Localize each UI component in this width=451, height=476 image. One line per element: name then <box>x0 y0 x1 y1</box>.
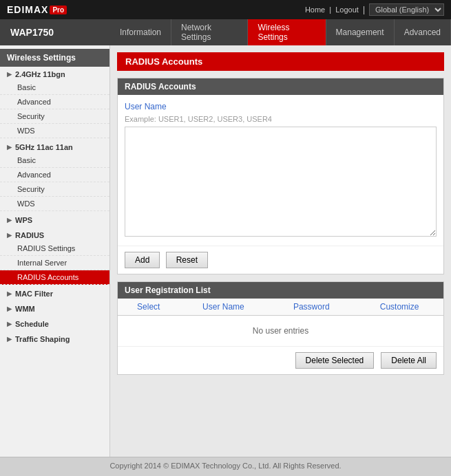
sidebar-group-mac-filter-title[interactable]: MAC Filter <box>0 286 109 300</box>
page-title: RADIUS Accounts <box>117 52 444 71</box>
sidebar-item-security-24[interactable]: Security <box>0 109 109 124</box>
radius-accounts-header: RADIUS Accounts <box>118 78 443 95</box>
sidebar-group-wmm: WMM <box>0 301 109 315</box>
col-customize: Customize <box>355 302 443 312</box>
separator1: | <box>329 6 333 14</box>
logo: EDIMAX Pro <box>7 4 67 15</box>
sidebar-group-radius-title[interactable]: RADIUS <box>0 228 109 241</box>
nav-network-settings[interactable]: Network Settings <box>171 19 248 45</box>
username-textarea[interactable] <box>125 127 437 237</box>
col-select: Select <box>118 302 179 312</box>
sidebar-group-mac-filter: MAC Filter <box>0 286 109 300</box>
nav-information[interactable]: Information <box>110 19 171 45</box>
sidebar-item-wds-24[interactable]: WDS <box>0 124 109 138</box>
sidebar-group-wps: WPS <box>0 213 109 226</box>
sidebar-item-security-5[interactable]: Security <box>0 182 109 197</box>
logout-link[interactable]: Logout <box>335 6 359 14</box>
sidebar: Wireless Settings 2.4GHz 11bgn Basic Adv… <box>0 45 110 457</box>
sidebar-group-schedule-title[interactable]: Schedule <box>0 316 109 330</box>
logo-pro-badge: Pro <box>50 6 67 14</box>
col-username: User Name <box>179 302 267 312</box>
sidebar-group-traffic-shaping: Traffic Shaping <box>0 332 109 345</box>
nav-advanced[interactable]: Advanced <box>395 19 451 45</box>
table-header-row: Select User Name Password Customize <box>118 299 443 316</box>
delete-all-button[interactable]: Delete All <box>381 352 437 369</box>
sidebar-item-internal-server[interactable]: Internal Server <box>0 256 109 270</box>
top-links: Home | Logout <box>305 6 359 14</box>
main-area: Wireless Settings 2.4GHz 11bgn Basic Adv… <box>0 45 451 457</box>
nav-menu: Information Network Settings Wireless Se… <box>110 19 451 45</box>
logo-edimax-text: EDIMAX <box>7 4 48 15</box>
sidebar-item-advanced-5[interactable]: Advanced <box>0 168 109 182</box>
sidebar-group-5ghz: 5GHz 11ac 11an Basic Advanced Security W… <box>0 140 109 211</box>
col-password: Password <box>267 302 355 312</box>
sidebar-item-basic-24[interactable]: Basic <box>0 80 109 95</box>
radius-btn-area: Add Reset <box>118 246 443 274</box>
user-list-section: User Registration List Select User Name … <box>117 281 444 375</box>
sidebar-group-2ghz-title[interactable]: 2.4GHz 11bgn <box>0 67 109 80</box>
delete-selected-button[interactable]: Delete Selected <box>295 352 375 369</box>
nav-wireless-settings[interactable]: Wireless Settings <box>248 19 326 45</box>
table-footer: Delete Selected Delete All <box>118 346 443 374</box>
sidebar-group-wps-title[interactable]: WPS <box>0 213 109 226</box>
user-list-body: Select User Name Password Customize No u… <box>118 299 443 374</box>
sidebar-group-schedule: Schedule <box>0 316 109 330</box>
language-select[interactable]: Global (English) <box>369 3 444 16</box>
username-field-label: User Name <box>125 102 437 111</box>
sidebar-group-traffic-shaping-title[interactable]: Traffic Shaping <box>0 332 109 345</box>
username-field-hint: Example: USER1, USER2, USER3, USER4 <box>125 115 437 123</box>
radius-accounts-body: User Name Example: USER1, USER2, USER3, … <box>118 95 443 246</box>
content-area: RADIUS Accounts RADIUS Accounts User Nam… <box>110 45 451 457</box>
sidebar-group-wmm-title[interactable]: WMM <box>0 301 109 315</box>
model-name: WAP1750 <box>0 27 110 38</box>
reset-button[interactable]: Reset <box>166 252 208 268</box>
user-list-header: User Registration List <box>118 282 443 299</box>
no-entries-message: No user entries <box>118 316 443 346</box>
sidebar-item-basic-5[interactable]: Basic <box>0 153 109 168</box>
radius-accounts-section: RADIUS Accounts User Name Example: USER1… <box>117 78 444 274</box>
sidebar-group-2ghz: 2.4GHz 11bgn Basic Advanced Security WDS <box>0 67 109 138</box>
sidebar-group-5ghz-title[interactable]: 5GHz 11ac 11an <box>0 140 109 153</box>
home-link[interactable]: Home <box>305 6 325 14</box>
sidebar-item-radius-accounts[interactable]: RADIUS Accounts <box>0 270 109 285</box>
model-bar: WAP1750 Information Network Settings Wir… <box>0 19 451 45</box>
add-button[interactable]: Add <box>125 252 160 268</box>
sidebar-item-radius-settings[interactable]: RADIUS Settings <box>0 241 109 256</box>
top-bar: EDIMAX Pro Home | Logout | Global (Engli… <box>0 0 451 19</box>
sidebar-item-advanced-24[interactable]: Advanced <box>0 95 109 109</box>
nav-management[interactable]: Management <box>326 19 395 45</box>
sidebar-title: Wireless Settings <box>0 49 109 67</box>
sidebar-item-wds-5[interactable]: WDS <box>0 197 109 211</box>
footer: Copyright 2014 © EDIMAX Technology Co., … <box>0 457 451 474</box>
sidebar-group-radius: RADIUS RADIUS Settings Internal Server R… <box>0 228 109 285</box>
footer-text: Copyright 2014 © EDIMAX Technology Co., … <box>109 462 341 470</box>
